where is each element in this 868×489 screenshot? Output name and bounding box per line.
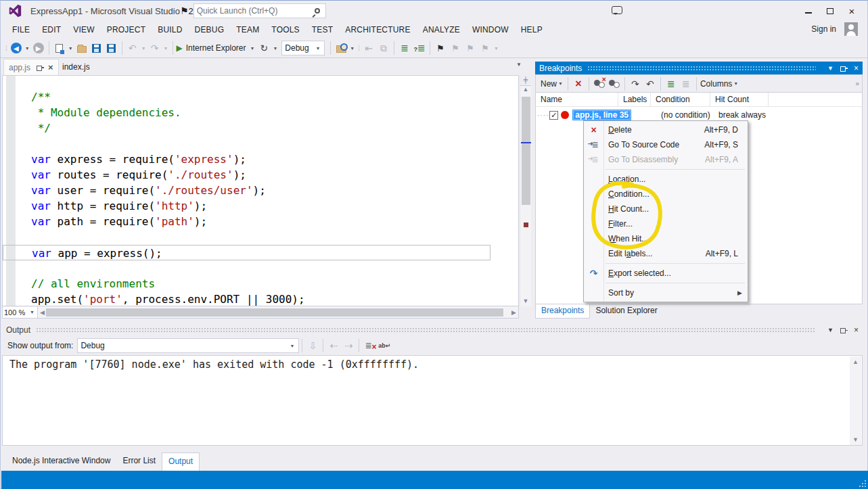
context-menu-item-hit-count[interactable]: Hit Count... [584,202,748,216]
redo-dropdown[interactable]: ▼ [164,46,168,51]
menu-project[interactable]: PROJECT [101,22,152,37]
window-position-dropdown[interactable]: ▼ [827,65,833,72]
columns-button[interactable]: Columns▼ [700,76,739,92]
context-menu-item-go-to-source-code[interactable]: ≣➜Go To Source CodeAlt+F9, S [584,137,748,152]
delete-all-breakpoints-button[interactable] [593,76,606,92]
solution-configuration-combo[interactable]: Debug▼ [281,41,325,55]
import-breakpoints-button[interactable]: ↶ [643,76,657,92]
close-button[interactable]: × [842,3,862,18]
column-header-labels[interactable]: Labels [618,93,651,107]
next-message-button[interactable]: ⇢ [342,337,355,354]
editor-horizontal-scrollbar[interactable]: 100 %▼ ◀ ▶ [2,306,519,319]
find-in-files-button[interactable] [334,40,348,56]
menu-view[interactable]: VIEW [67,22,100,37]
code-line-6[interactable]: var routes = require('./routes'); [3,167,518,183]
scroll-down-arrow[interactable]: ▼ [850,436,861,443]
context-menu-item-sort-by[interactable]: Sort by▶ [584,285,748,300]
undo-dropdown[interactable]: ▼ [141,46,146,51]
new-breakpoint-button[interactable]: New▼ [541,76,564,92]
toolbar-grip[interactable]: ⁞ [358,45,359,52]
menu-window[interactable]: WINDOW [466,22,515,37]
navigate-backward-button[interactable]: ◀ [9,40,23,56]
code-line-12[interactable] [3,260,518,276]
new-file-button[interactable] [53,40,66,56]
save-all-button[interactable] [105,40,118,56]
context-menu-item-location[interactable]: Location... [584,172,748,187]
menu-analyze[interactable]: ANALYZE [417,22,466,37]
zoom-level-combo[interactable]: 100 %▼ [3,307,38,318]
toolbar-grip[interactable]: ⁞ [5,45,7,52]
code-line-3[interactable]: */ [3,120,518,136]
code-line-8[interactable]: var http = require('http'); [3,198,518,214]
code-line-2[interactable]: * Module dependencies. [3,105,518,120]
output-title-bar[interactable]: Output ▼ × [2,323,863,337]
increase-indent-button[interactable]: ?≣ [413,40,426,56]
column-header-condition[interactable]: Condition [651,93,710,107]
code-line-14[interactable]: app.set('port', process.env.PORT || 3000… [3,292,518,306]
find-message-button[interactable]: ⇩ [306,337,319,354]
breakpoint-name[interactable]: app.js, line 35 [572,110,631,120]
frame-copy-button[interactable]: ⧉ [377,40,390,56]
column-header-hit-count[interactable]: Hit Count [710,93,769,107]
scroll-right-arrow[interactable]: ▶ [511,309,516,316]
title-bar[interactable]: ExpressApp1 - Microsoft Visual Studio ⚑2… [1,1,867,21]
panel-tab-breakpoints[interactable]: Breakpoints [535,304,590,319]
scroll-up-arrow[interactable]: ▲ [850,358,861,365]
disable-all-breakpoints-button[interactable] [608,76,621,92]
tab-app-js[interactable]: app.js × [3,59,59,75]
prev-bookmark-button[interactable]: ⚑ [449,40,462,56]
menu-test[interactable]: TEST [306,22,339,37]
delete-breakpoint-button[interactable]: × [572,76,585,92]
bookmark-overflow-dropdown[interactable]: ▼ [494,46,499,51]
close-tab-icon[interactable]: × [48,62,53,72]
sign-in-link[interactable]: Sign in [811,24,836,34]
output-text-area[interactable]: The program '[7760] node.exe' has exited… [2,355,863,446]
editor-vertical-scrollbar[interactable]: ╪ ▲ ▼ [520,75,531,306]
code-line-10[interactable] [3,229,518,245]
output-source-combo[interactable]: Debug▼ [77,338,299,353]
breakpoint-checkbox[interactable]: ✓ [549,111,558,120]
hscrollbar-thumb[interactable] [46,308,503,317]
bottom-tab-output[interactable]: Output [162,452,200,471]
code-line-9[interactable]: var path = require('path'); [3,214,518,229]
export-breakpoints-button[interactable]: ↷ [629,76,642,92]
resize-grip[interactable] [865,486,866,487]
splitter-handle[interactable]: ╪ [520,75,531,86]
breakpoints-title-bar[interactable]: Breakpoints ▼ × [535,62,863,74]
undo-button[interactable]: ↶ [126,40,139,56]
panel-tab-solution-explorer[interactable]: Solution Explorer [590,304,662,319]
close-panel-icon[interactable]: × [854,325,859,335]
bottom-tab-error-list[interactable]: Error List [116,452,162,471]
bottom-tab-node-js-interactive-window[interactable]: Node.js Interactive Window [6,452,116,471]
decrease-indent-button[interactable]: ≣ [398,40,411,56]
context-menu-item-edit-labels[interactable]: Edit labels...Alt+F9, L [584,246,748,261]
minimize-button[interactable] [798,3,819,18]
browser-target-dropdown[interactable]: ▼ [250,46,254,51]
close-panel-icon[interactable]: × [854,64,859,73]
menu-team[interactable]: TEAM [230,22,265,37]
code-line-13[interactable]: // all environments [3,276,518,292]
refresh-dropdown[interactable]: ▼ [273,46,277,51]
tab-index-js[interactable]: index.js [58,59,95,75]
window-position-dropdown[interactable]: ▼ [827,327,833,333]
start-debugging-button[interactable]: ▶ Internet Explorer ▼ [177,40,256,56]
code-line-11[interactable]: var app = express(); [3,245,490,260]
toggle-word-wrap-button[interactable]: ab↵ [378,337,391,354]
frame-navigation-button[interactable]: ⇤ [362,40,375,56]
navigate-forward-button[interactable]: ▶ [32,40,45,56]
redo-button[interactable]: ↷ [148,40,162,56]
clear-all-button[interactable]: ≣× [363,337,376,354]
output-scrollbar[interactable]: ▲ ▼ [850,356,861,445]
menu-architecture[interactable]: ARCHITECTURE [339,22,416,37]
pin-icon[interactable] [36,64,44,72]
new-file-dropdown[interactable]: ▼ [68,46,73,51]
prev-message-button[interactable]: ⇠ [327,337,340,354]
pin-icon[interactable] [840,326,848,334]
quick-launch-input[interactable] [194,6,315,16]
user-avatar-icon[interactable] [844,22,858,36]
toggle-bookmark-button[interactable]: ⚑ [434,40,447,56]
open-file-button[interactable] [75,40,89,56]
document-well-dropdown[interactable]: ▼ [516,62,522,68]
breakpoint-row[interactable]: ···· ✓ app.js, line 35 (no condition) br… [536,108,862,122]
code-line-4[interactable] [3,136,518,152]
